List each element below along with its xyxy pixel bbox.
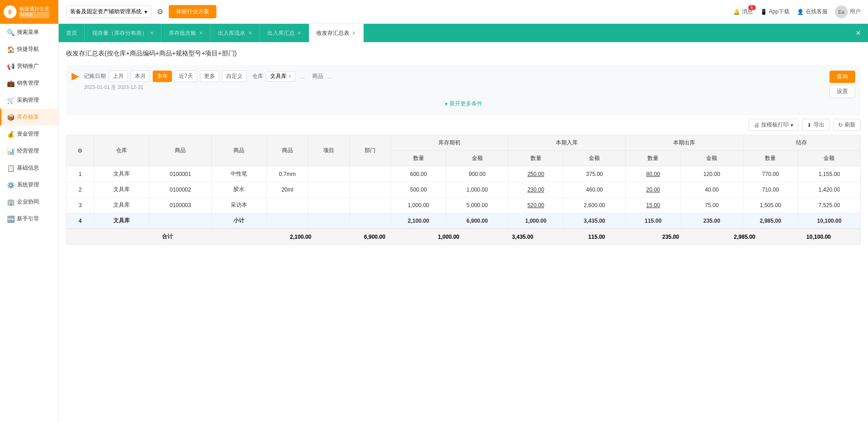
- tab-receive-summary[interactable]: 收发存汇总表 ×: [309, 24, 364, 42]
- sidebar-item-label: 快捷导航: [17, 45, 39, 53]
- export-button[interactable]: ⬇ 导出: [802, 119, 829, 131]
- cell-warehouse: 文具库: [94, 213, 149, 229]
- filter-expand-icon[interactable]: ▶: [72, 71, 78, 82]
- cell-in-qty[interactable]: 520.00: [508, 198, 563, 213]
- system-selector[interactable]: 装备及固定资产辅助管理系统 ▾: [66, 5, 151, 18]
- print-icon: 🖨: [754, 122, 759, 128]
- cell-out-amt: 120.00: [681, 166, 743, 182]
- th-project: 项目: [308, 135, 349, 166]
- cell-out-amt: 235.00: [681, 213, 743, 229]
- sidebar-item-system[interactable]: ⚙️ 系统管理: [0, 176, 58, 193]
- sidebar-item-quick-nav[interactable]: 🏠 快捷导航: [0, 41, 58, 58]
- date-btn-this-month[interactable]: 本月: [131, 71, 150, 82]
- date-btn-this-year[interactable]: 本年: [153, 71, 172, 82]
- settings-button[interactable]: 设置: [829, 85, 855, 98]
- th-group-in: 本期入库: [508, 135, 625, 151]
- footer-in-amt: 3,435.00: [486, 234, 559, 240]
- filter-bar: ▶ 记账日期 上月 本月 本年 近7天 更多 自定义: [66, 65, 861, 115]
- tab-close-icon[interactable]: ×: [298, 30, 301, 36]
- enterprise-icon: 🏢: [7, 198, 14, 206]
- date-btn-more[interactable]: 更多: [200, 71, 219, 82]
- sidebar-item-operations[interactable]: 📊 经营管理: [0, 143, 58, 159]
- tab-bar-close-button[interactable]: ×: [848, 28, 868, 38]
- cell-out-qty[interactable]: 15.00: [625, 198, 680, 213]
- sidebar-item-label: 销售管理: [17, 79, 39, 87]
- cell-warehouse: 文具库: [94, 182, 149, 198]
- sidebar-item-marketing[interactable]: 📢 营销推广: [0, 58, 58, 75]
- query-button[interactable]: 查询: [829, 71, 855, 83]
- sidebar-item-new-guide[interactable]: 🆕 新手引导: [0, 210, 58, 227]
- warehouse-tag-close-icon[interactable]: ×: [288, 73, 292, 80]
- tab-close-icon[interactable]: ×: [199, 30, 203, 36]
- sidebar-item-inventory[interactable]: 📦 库存核算: [0, 109, 58, 126]
- refresh-button[interactable]: ↻ 刷新: [833, 119, 861, 131]
- bell-icon: 🔔: [733, 9, 740, 15]
- warehouse-tag: 文具库 ×: [266, 71, 296, 82]
- table-footer: 合计 2,100.00 6,900.00 1,000.00 3,435.00 1…: [66, 228, 860, 244]
- app-download-button[interactable]: 📱 App下载: [760, 8, 790, 16]
- table-row: 4 文具库 小计 2,100.00 6,900.00 1,000.00 3,43…: [66, 213, 860, 229]
- cell-balance-qty: 1,505.00: [743, 198, 798, 213]
- tab-inout-summary[interactable]: 出入库汇总 ×: [260, 24, 309, 42]
- sidebar-item-label: 系统管理: [17, 181, 39, 189]
- tab-close-icon[interactable]: ×: [150, 30, 154, 36]
- footer-values: 2,100.00 6,900.00 1,000.00 3,435.00 115.…: [264, 234, 856, 240]
- cell-project: [308, 182, 349, 198]
- sidebar-item-purchase[interactable]: 🛒 采购管理: [0, 92, 58, 109]
- marketing-icon: 📢: [7, 63, 14, 70]
- sidebar-item-sales[interactable]: 💼 销售管理: [0, 75, 58, 92]
- date-btn-last-month[interactable]: 上月: [109, 71, 128, 82]
- footer-label: 合计: [71, 233, 264, 241]
- gear-icon[interactable]: ⚙: [157, 7, 163, 16]
- tab-close-active-icon[interactable]: ×: [352, 30, 356, 36]
- expand-more-button[interactable]: ▾ 展开更多条件: [72, 98, 855, 110]
- product-more-dots[interactable]: ...: [326, 73, 334, 80]
- print-template-button[interactable]: 🖨 按模板打印 ▾: [749, 119, 798, 131]
- tab-batch-account[interactable]: 库存批次账 ×: [161, 24, 210, 42]
- sidebar-item-enterprise[interactable]: 🏢 企业协同: [0, 193, 58, 210]
- cell-in-qty[interactable]: 230.00: [508, 182, 563, 198]
- page-content: 收发存汇总表(按仓库+商品编码+商品+规格型号+项目+部门) ▶ 记账日期 上月…: [59, 42, 868, 423]
- toolbar: 🖨 按模板打印 ▾ ⬇ 导出 ↻ 刷新: [66, 119, 861, 131]
- table-row: 2 文具库 0100002 胶水 20ml 500.00 1,000.00 23…: [66, 182, 860, 198]
- cell-out-qty[interactable]: 20.00: [625, 182, 680, 198]
- online-service-button[interactable]: 👤 在线客服: [797, 8, 828, 16]
- cell-opening-qty: 600.00: [391, 166, 446, 182]
- cell-code: 0100003: [149, 198, 211, 213]
- tab-inout-flow[interactable]: 出入库流水 ×: [210, 24, 260, 42]
- main-content: 装备及固定资产辅助管理系统 ▾ ⚙ 体验行业方案 🔔 消息 6 📱 App下载 …: [59, 0, 868, 423]
- tab-close-icon[interactable]: ×: [248, 30, 252, 36]
- cell-opening-amt: 5,000.00: [446, 198, 508, 213]
- cell-in-qty[interactable]: 250.00: [508, 166, 563, 182]
- cell-out-qty[interactable]: 80.00: [625, 166, 680, 182]
- tab-label: 现存量（库存分布表）: [92, 29, 147, 37]
- refresh-icon: ↻: [838, 122, 843, 128]
- tab-home[interactable]: 首页: [59, 24, 85, 42]
- cell-in-amt: 375.00: [564, 166, 625, 182]
- filter-action-buttons: 查询 设置: [829, 71, 855, 98]
- system-icon: ⚙️: [7, 181, 14, 189]
- tab-inventory-dist[interactable]: 现存量（库存分布表） ×: [85, 24, 161, 42]
- th-group-balance: 结存: [743, 135, 860, 151]
- cell-balance-qty: 710.00: [743, 182, 798, 198]
- messages-button[interactable]: 🔔 消息 6: [733, 8, 753, 16]
- date-btn-custom[interactable]: 自定义: [222, 71, 247, 82]
- experience-button[interactable]: 体验行业方案: [169, 5, 216, 18]
- sidebar-nav: 🔍 搜索菜单 🏠 快捷导航 📢 营销推广 💼 销售管理 🛒 采购管理 📦 库存核…: [0, 24, 58, 423]
- sidebar-item-finance[interactable]: 💰 资金管理: [0, 126, 58, 143]
- sidebar-item-basic-info[interactable]: 📋 基础信息: [0, 159, 58, 176]
- inventory-icon: 📦: [7, 114, 14, 121]
- cell-name: 小计: [211, 213, 266, 229]
- cell-balance-amt: 1,420.00: [798, 182, 860, 198]
- user-menu[interactable]: Ea 用户: [835, 5, 861, 18]
- th-product-name: 商品: [211, 135, 266, 166]
- date-btn-7days[interactable]: 近7天: [175, 71, 197, 82]
- header-actions: 🔔 消息 6 📱 App下载 👤 在线客服 Ea 用户: [733, 5, 861, 18]
- column-settings-icon[interactable]: ⚙: [77, 148, 83, 154]
- th-in-qty: 数量: [508, 151, 563, 166]
- cell-warehouse: 文具库: [94, 166, 149, 182]
- cell-balance-qty: 770.00: [743, 166, 798, 182]
- warehouse-more-dots[interactable]: ...: [299, 73, 307, 80]
- sidebar-item-label: 采购管理: [17, 96, 39, 104]
- sidebar-item-search[interactable]: 🔍 搜索菜单: [0, 24, 58, 41]
